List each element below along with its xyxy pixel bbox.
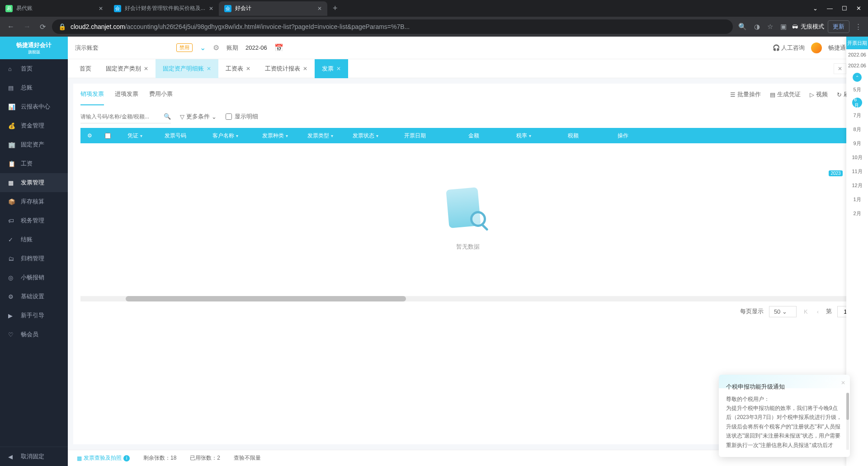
table-header-8[interactable]: 税率 ▾: [505, 132, 542, 140]
table-header-7[interactable]: 金额: [442, 132, 505, 140]
close-icon[interactable]: ✕: [209, 5, 213, 12]
sub-tab-1[interactable]: 进项发票: [115, 84, 138, 105]
extensions-icon[interactable]: ▣: [778, 21, 788, 33]
close-window-icon[interactable]: ✕: [856, 5, 861, 12]
account-selector[interactable]: 演示账套: [75, 44, 99, 52]
page-tab-2[interactable]: 固定资产明细账✕: [156, 59, 218, 78]
month-3[interactable]: 8月: [851, 123, 863, 136]
month-1[interactable]: 6月: [852, 98, 862, 108]
search-icon[interactable]: 🔍: [164, 113, 171, 120]
update-button[interactable]: 更新: [828, 20, 849, 33]
sidebar-item-12[interactable]: ⚙基础设置: [0, 287, 68, 306]
sidebar-item-4[interactable]: 🏢固定资产: [0, 135, 68, 154]
table-header-2[interactable]: 客户名称 ▾: [198, 132, 252, 140]
sidebar-item-14[interactable]: ♡畅会员: [0, 325, 68, 344]
table-header-6[interactable]: 开票日期: [388, 132, 442, 140]
month-8[interactable]: 1月: [851, 193, 863, 206]
table-header-5[interactable]: 发票状态 ▾: [343, 132, 388, 140]
close-tab-icon[interactable]: ✕: [834, 63, 846, 74]
chevron-down-icon[interactable]: ⌄: [200, 43, 206, 52]
browser-tab-1[interactable]: 易 易代账 ✕: [0, 1, 108, 16]
table-header-1[interactable]: 发票号码: [153, 132, 198, 140]
invoice-check-link[interactable]: ▦ 发票查验及拍照 i: [77, 454, 130, 462]
prev-page-button[interactable]: ‹: [815, 308, 821, 315]
minimize-icon[interactable]: —: [827, 5, 833, 12]
close-icon[interactable]: ✕: [317, 5, 322, 12]
date-range-start[interactable]: 2022.06: [846, 49, 868, 60]
support-button[interactable]: 🎧 人工咨询: [773, 44, 805, 52]
filter-icon[interactable]: ▾: [331, 133, 333, 138]
close-icon[interactable]: ✕: [99, 5, 103, 12]
zoom-icon[interactable]: 🔍: [736, 21, 749, 33]
close-icon[interactable]: ✕: [144, 66, 148, 72]
sub-tab-0[interactable]: 销项发票: [80, 84, 104, 105]
table-header-10[interactable]: 操作: [605, 132, 641, 140]
close-icon[interactable]: ✕: [246, 66, 250, 72]
page-tab-3[interactable]: 工资表✕: [218, 59, 258, 78]
month-4[interactable]: 9月: [851, 137, 863, 150]
calendar-icon[interactable]: 📅: [274, 43, 283, 52]
gear-icon[interactable]: ⚙: [213, 43, 219, 52]
maximize-icon[interactable]: ☐: [842, 5, 847, 12]
sidebar-item-2[interactable]: 📊云报表中心: [0, 97, 68, 116]
period-value[interactable]: 2022-06: [245, 44, 267, 51]
sidebar-item-9[interactable]: ✓结账: [0, 230, 68, 249]
table-header-4[interactable]: 发票类型 ▾: [297, 132, 343, 140]
browser-tab-2[interactable]: 会 好会计财务管理软件购买价格及... ✕: [108, 1, 219, 16]
month-9[interactable]: 2月: [851, 207, 863, 220]
show-detail-checkbox[interactable]: 显示明细: [226, 113, 258, 121]
scroll-up-button[interactable]: ⌃: [853, 73, 862, 82]
video-button[interactable]: ▷ 视频: [810, 90, 828, 99]
filter-icon[interactable]: ▾: [236, 133, 238, 138]
sidebar-item-3[interactable]: 💰资金管理: [0, 116, 68, 135]
per-page-select[interactable]: 50 ⌄: [769, 306, 797, 317]
url-input[interactable]: 🔒 cloud2.chanjet.com/accounting/uh26t264…: [52, 19, 733, 34]
scrollbar-thumb[interactable]: [126, 296, 406, 301]
first-page-button[interactable]: K: [802, 308, 810, 315]
page-tab-1[interactable]: 固定资产类别✕: [99, 59, 156, 78]
new-tab-button[interactable]: +: [327, 4, 343, 13]
close-icon[interactable]: ✕: [303, 66, 307, 72]
sidebar-item-8[interactable]: 🏷税务管理: [0, 211, 68, 230]
sidebar-item-5[interactable]: 📋工资: [0, 154, 68, 173]
bookmark-icon[interactable]: ☆: [765, 21, 775, 33]
page-tab-5[interactable]: 发票✕: [315, 59, 348, 78]
forward-button[interactable]: →: [21, 20, 33, 33]
checkbox-input[interactable]: [226, 113, 232, 120]
table-header-3[interactable]: 发票种类 ▾: [252, 132, 297, 140]
extension-icon[interactable]: ◑: [752, 21, 762, 33]
month-2[interactable]: 7月: [851, 109, 863, 122]
notification-scrollbar[interactable]: [846, 393, 849, 450]
page-tab-4[interactable]: 工资统计报表✕: [258, 59, 315, 78]
sidebar-item-11[interactable]: ◎小畅报销: [0, 268, 68, 287]
sidebar-item-13[interactable]: ▶新手引导: [0, 306, 68, 325]
settings-column[interactable]: ⚙: [80, 132, 99, 139]
filter-icon[interactable]: ▾: [376, 133, 378, 138]
avatar[interactable]: [811, 42, 822, 53]
month-5[interactable]: 10月: [850, 151, 864, 164]
sidebar-item-0[interactable]: ⌂首页: [0, 59, 68, 78]
menu-icon[interactable]: ⋮: [853, 21, 863, 33]
close-icon[interactable]: ✕: [336, 66, 341, 72]
dropdown-icon[interactable]: ⌄: [813, 5, 818, 12]
sidebar-item-6[interactable]: ▦发票管理: [0, 173, 68, 192]
table-header-0[interactable]: 凭证 ▾: [117, 132, 153, 140]
close-icon[interactable]: ✕: [207, 66, 211, 72]
page-tab-0[interactable]: 首页: [72, 59, 99, 78]
month-6[interactable]: 11月: [850, 165, 864, 178]
filter-icon[interactable]: ▾: [529, 133, 531, 138]
sidebar-item-7[interactable]: 📦库存核算: [0, 192, 68, 211]
unpin-button[interactable]: ◀ 取消固定: [0, 447, 68, 466]
month-7[interactable]: 12月: [850, 179, 864, 192]
batch-action-button[interactable]: ☰ 批量操作: [730, 90, 761, 99]
filter-icon[interactable]: ▾: [140, 133, 142, 138]
select-all-checkbox[interactable]: [105, 133, 111, 139]
checkbox-column[interactable]: [99, 133, 117, 139]
filter-icon[interactable]: ▾: [286, 133, 288, 138]
month-0[interactable]: 5月: [851, 84, 863, 96]
horizontal-scrollbar[interactable]: [80, 296, 855, 301]
browser-tab-3[interactable]: 会 好会计 ✕: [219, 1, 327, 16]
sidebar-item-1[interactable]: ▤总账: [0, 78, 68, 97]
sub-tab-2[interactable]: 费用小票: [149, 84, 173, 105]
table-header-9[interactable]: 税额: [542, 132, 605, 140]
